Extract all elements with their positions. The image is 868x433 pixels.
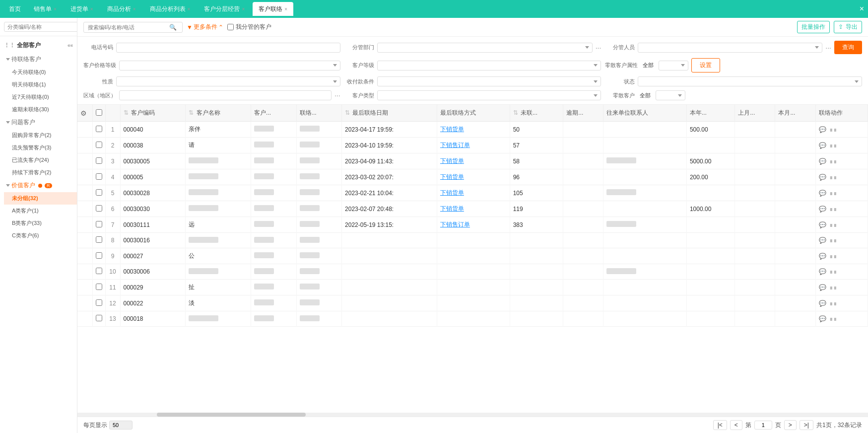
dept-dots-icon[interactable]: ··· — [596, 44, 601, 52]
nav-home[interactable]: 首页 — [4, 5, 26, 13]
row-checkbox[interactable] — [96, 189, 102, 196]
sidebar-item-churn-warning[interactable]: 流失预警客户(3) — [4, 142, 77, 154]
more-conditions-btn[interactable]: ▼ 更多条件 ⌃ — [187, 23, 223, 31]
row-checkbox[interactable] — [96, 142, 102, 148]
sidebar-item-class-c[interactable]: C类客户(6) — [4, 229, 77, 242]
sidebar-score-group[interactable]: 价值客户 R — [0, 179, 77, 192]
status-select[interactable] — [638, 76, 862, 86]
grid-action-icon[interactable]: ∎∎ — [829, 221, 837, 228]
sidebar-item-7days[interactable]: 近7天待联络(0) — [4, 91, 77, 103]
settings-icon[interactable]: ⚙ — [80, 109, 87, 117]
contact-icon[interactable]: 💬 — [819, 284, 826, 291]
contact-icon[interactable]: 💬 — [819, 158, 826, 165]
grid-action-icon[interactable]: ∎∎ — [829, 206, 837, 213]
row-checkbox[interactable] — [96, 252, 102, 259]
sidebar-item-class-a[interactable]: A类客户(1) — [4, 205, 77, 217]
next-page-button[interactable]: > — [784, 420, 797, 430]
sidebar-item-overdue[interactable]: 逾期未联络(30) — [4, 103, 77, 116]
contact-icon[interactable]: 💬 — [819, 174, 826, 181]
row-checkbox[interactable] — [96, 221, 102, 227]
sidebar-pending-group[interactable]: 待联络客户 — [0, 53, 77, 66]
sidebar-item-declining[interactable]: 持续下滑客户(2) — [4, 166, 77, 179]
sidebar-item-churned[interactable]: 已流失客户(24) — [4, 154, 77, 166]
attr-select[interactable] — [659, 61, 688, 71]
sidebar-problem-group[interactable]: 问题客户 — [0, 116, 77, 129]
nav-tab-customer-contact[interactable]: 客户联络 × — [253, 2, 293, 16]
grid-action-icon[interactable]: ∎∎ — [829, 142, 837, 149]
grid-action-icon[interactable]: ∎∎ — [829, 237, 837, 244]
contact-icon[interactable]: 💬 — [819, 268, 826, 275]
cust-level-select[interactable] — [377, 61, 601, 71]
contact-icon[interactable]: 💬 — [819, 300, 826, 307]
grid-action-icon[interactable]: ∎∎ — [829, 158, 837, 165]
grid-action-icon[interactable]: ∎∎ — [829, 126, 837, 133]
search-input[interactable] — [88, 24, 167, 30]
row-checkbox[interactable] — [96, 236, 102, 243]
grid-action-icon[interactable]: ∎∎ — [829, 190, 837, 197]
sidebar-all-customers[interactable]: ⋮⋮ 全部客户 «« — [0, 38, 77, 53]
close-analysis-list-tab[interactable]: × — [188, 6, 191, 12]
contact-icon[interactable]: 💬 — [819, 237, 826, 244]
select-all-checkbox[interactable] — [96, 109, 102, 116]
contact-icon[interactable]: 💬 — [819, 190, 826, 197]
close-sales-tab[interactable]: × — [54, 6, 57, 12]
sidebar-item-class-b[interactable]: B类客户(33) — [4, 217, 77, 229]
row-checkbox[interactable] — [96, 315, 102, 321]
grid-action-icon[interactable]: ∎∎ — [829, 315, 837, 322]
nav-tab-analysis[interactable]: 商品分析 × — [101, 2, 142, 16]
contact-icon[interactable]: 💬 — [819, 142, 826, 149]
gender-select[interactable] — [116, 76, 340, 86]
search-icon[interactable]: 🔍 — [169, 24, 177, 31]
close-analysis-tab[interactable]: × — [133, 6, 136, 12]
sidebar-item-ungrouped[interactable]: 未分组(32) — [4, 192, 77, 205]
contact-icon[interactable]: 💬 — [819, 126, 826, 133]
my-customers-checkbox[interactable]: 我分管的客户 — [227, 23, 271, 31]
grid-action-icon[interactable]: ∎∎ — [829, 174, 837, 181]
horizontal-scrollbar[interactable] — [77, 413, 868, 417]
nav-tab-sales[interactable]: 销售单 × — [28, 2, 63, 16]
last-page-button[interactable]: >| — [800, 420, 813, 430]
close-customer-contact-tab[interactable]: × — [284, 6, 287, 12]
grid-action-icon[interactable]: ∎∎ — [829, 284, 837, 291]
contact-icon[interactable]: 💬 — [819, 221, 826, 228]
sidebar-item-today[interactable]: 今天待联络(0) — [4, 66, 77, 78]
reset-button[interactable]: 设置 — [691, 58, 720, 72]
grid-action-icon[interactable]: ∎∎ — [829, 268, 837, 275]
region-dots-icon[interactable]: ··· — [334, 91, 340, 99]
row-checkbox[interactable] — [96, 157, 102, 164]
sidebar-search-input[interactable] — [4, 22, 77, 32]
page-number-input[interactable] — [754, 421, 772, 430]
row-checkbox[interactable] — [96, 284, 102, 290]
page-size-select[interactable]: 50 100 — [109, 421, 133, 430]
dept-select[interactable] — [377, 43, 593, 53]
prev-page-button[interactable]: < — [730, 420, 742, 430]
contact-icon[interactable]: 💬 — [819, 206, 826, 213]
nav-tab-purchase[interactable]: 进货单 × — [65, 2, 99, 16]
sidebar-item-tomorrow[interactable]: 明天待联络(1) — [4, 78, 77, 91]
first-page-button[interactable]: |< — [713, 420, 727, 430]
contact-icon[interactable]: 💬 — [819, 315, 826, 322]
row-checkbox[interactable] — [96, 268, 102, 274]
staff-select[interactable] — [638, 43, 822, 53]
sidebar-item-abnormal[interactable]: 固购异常客户(2) — [4, 129, 77, 142]
pay-select[interactable] — [377, 76, 601, 86]
row-checkbox[interactable] — [96, 173, 102, 180]
scrollbar-thumb[interactable] — [157, 413, 306, 417]
close-customer-mgmt-tab[interactable]: × — [242, 6, 245, 12]
grid-action-icon[interactable]: ∎∎ — [829, 300, 837, 307]
batch-ops-button[interactable]: 批量操作 — [797, 21, 830, 33]
price-level-select[interactable] — [119, 61, 340, 71]
contact-icon[interactable]: 💬 — [819, 253, 826, 260]
collapse-icon[interactable]: «« — [67, 43, 73, 48]
export-button[interactable]: ⇪ 导出 — [834, 21, 862, 33]
query-button[interactable]: 查询 — [834, 41, 862, 54]
my-customers-check[interactable] — [227, 24, 234, 30]
row-checkbox[interactable] — [96, 299, 102, 306]
row-checkbox[interactable] — [96, 126, 102, 132]
close-all-button[interactable]: × — [860, 4, 864, 13]
region-input[interactable] — [119, 90, 332, 100]
staff-dots-icon[interactable]: ··· — [825, 44, 831, 52]
close-purchase-tab[interactable]: × — [90, 6, 93, 12]
nav-tab-customer-mgmt[interactable]: 客户分层经营 × — [198, 2, 251, 16]
grid-action-icon[interactable]: ∎∎ — [829, 253, 837, 260]
